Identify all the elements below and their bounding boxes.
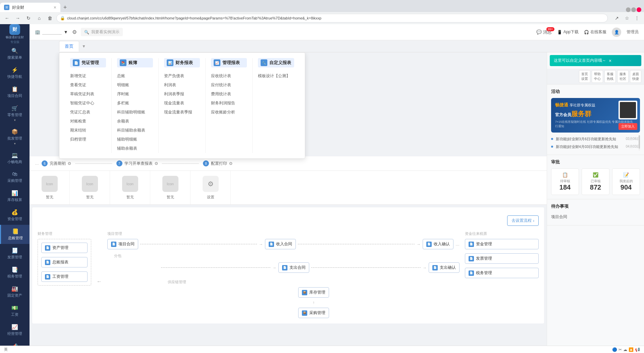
user-avatar[interactable]: 👤: [612, 28, 621, 37]
voucher-archive[interactable]: 归档管理: [70, 135, 106, 144]
voucher-check[interactable]: 对账检查: [70, 117, 106, 126]
extension-button[interactable]: ↗: [612, 14, 621, 22]
ledger-multicolumn[interactable]: 多栏账: [117, 99, 153, 108]
status-icon-2[interactable]: ✂: [619, 347, 622, 352]
sidebar-item-ledger[interactable]: 📒 总账管理: [0, 225, 30, 244]
finance-cashflow-q[interactable]: 现金流量表季报: [164, 108, 200, 117]
mgmt-aging[interactable]: 应收账龄分析: [211, 108, 247, 117]
voucher-smart[interactable]: 智能凭证中心: [70, 99, 106, 108]
home-setup-button[interactable]: 首页设置: [579, 70, 590, 83]
icon-cell-1[interactable]: Icon 暂无: [30, 171, 70, 204]
icon-cell-4[interactable]: Icon 暂无: [150, 171, 191, 204]
status-icon-5[interactable]: 📢: [635, 347, 640, 352]
voucher-draft[interactable]: 草稿凭证列表: [70, 90, 106, 99]
online-service-button[interactable]: 🎧 在线客服: [584, 29, 606, 35]
project-contract-box[interactable]: 📄 项目合同: [107, 239, 138, 249]
icon-cell-2[interactable]: Icon 暂无: [70, 171, 110, 204]
revenue-contract-box[interactable]: 📄 收入合同: [265, 239, 296, 249]
tooltip-close-button[interactable]: ×: [609, 58, 611, 63]
address-bar[interactable]: 🔒 cloud.chanjet.com/cc/u6d89qwnryel/57bf…: [56, 14, 608, 22]
sidebar-item-purchase[interactable]: 🛍 采购管理: [0, 168, 30, 187]
sidebar-item-wholesale[interactable]: 📦 批发管理 ▾: [0, 125, 30, 149]
go-set-flow-button[interactable]: 去设置流程 ›: [507, 215, 539, 226]
header-settings-button[interactable]: ⚙: [72, 29, 77, 35]
approval-initiated-card[interactable]: 📝 我发起的 904: [612, 168, 640, 195]
tab-close-button[interactable]: ×: [54, 5, 56, 10]
voucher-summary[interactable]: 凭证汇总表: [70, 108, 106, 117]
sidebar-item-tax[interactable]: 📑 税务管理: [0, 263, 30, 282]
sidebar-item-retail[interactable]: 🛒 零售管理 ▾: [0, 102, 30, 125]
company-selector[interactable]: 🏢 ________ ▼: [35, 30, 68, 35]
sidebar-item-quick[interactable]: ⚡ 快捷导航: [0, 63, 30, 83]
desktop-shortcut-button[interactable]: 桌面快捷: [630, 70, 641, 83]
sidebar-item-payroll[interactable]: 💵 工资: [0, 301, 30, 320]
revenue-confirm-box[interactable]: 📄 收入确认: [423, 239, 453, 249]
mgmt-expense[interactable]: 费用统计表: [211, 90, 247, 99]
expense-confirm-box[interactable]: 📄 支出确认: [429, 262, 460, 273]
sidebar-item-search[interactable]: 🔍 搜索菜单: [0, 44, 30, 63]
ledger-aux-detail[interactable]: 辅助明细账: [117, 135, 153, 144]
back-button[interactable]: ←: [3, 14, 11, 22]
ledger-aux-balance[interactable]: 辅助余额表: [117, 144, 153, 153]
active-tab[interactable]: 财 好业财 ×: [0, 3, 60, 12]
tax-mgmt-box[interactable]: 📄 税务管理: [465, 268, 539, 278]
ledger-balance[interactable]: 余额表: [117, 117, 153, 126]
pending-item[interactable]: 项目合同: [551, 213, 640, 221]
service-community-button[interactable]: 服务社区: [617, 70, 629, 83]
finance-income-q[interactable]: 利润表季报: [164, 90, 200, 99]
icon-cell-5[interactable]: ⚙ 设置: [191, 171, 231, 204]
sidebar-item-invoice[interactable]: 🧾 发票管理: [0, 244, 30, 263]
inventory-box[interactable]: 📦 库存管理: [298, 287, 329, 298]
finance-cashflow[interactable]: 现金流量表: [164, 99, 200, 108]
voucher-yearend[interactable]: 期末结转: [70, 126, 106, 135]
invoice-mgmt-box[interactable]: 📄 发票管理: [465, 253, 539, 264]
payroll-box[interactable]: 📄 工资管理: [41, 271, 88, 282]
app-download-button[interactable]: 📱 App下载: [557, 29, 579, 35]
voucher-new[interactable]: 新增凭证: [70, 71, 106, 81]
finance-balance-sheet[interactable]: 资产负债表: [164, 71, 200, 81]
sidebar-item-project[interactable]: 📋 项目合同: [0, 83, 30, 102]
sidebar-item-ecommerce[interactable]: 💻 小畅电商: [0, 149, 30, 168]
tab-home[interactable]: 首页: [59, 41, 79, 52]
tab-expand-button[interactable]: ▼: [79, 44, 89, 49]
status-icon-3[interactable]: ☁: [623, 347, 627, 352]
capital-mgmt-box[interactable]: 📄 资金管理: [465, 239, 539, 249]
mgmt-payable[interactable]: 应付统计表: [211, 81, 247, 90]
ledger-subject-detail[interactable]: 科目辅助明细账: [117, 108, 153, 117]
ledger-subject-balance[interactable]: 科目辅助余额表: [117, 126, 153, 135]
minimize-button[interactable]: [626, 7, 631, 12]
ledger-general[interactable]: 总账: [117, 71, 153, 81]
status-icon-1[interactable]: 🔵: [612, 347, 617, 352]
help-center-button[interactable]: 帮助中心: [592, 70, 603, 83]
approval-approved-card[interactable]: ✅ 已审核 872: [582, 168, 609, 195]
asset-management-box[interactable]: 📄 资产管理: [41, 243, 88, 253]
voucher-view[interactable]: 查看凭证: [70, 81, 106, 90]
message-button[interactable]: 💬 消息 99+: [536, 29, 552, 35]
ledger-sequential[interactable]: 序时账: [117, 90, 153, 99]
star-button[interactable]: ☆: [623, 14, 631, 22]
sidebar-item-inventory[interactable]: 📊 库存核算: [0, 187, 30, 206]
sidebar-item-operations[interactable]: 📈 经营管理: [0, 320, 30, 340]
icon-cell-3[interactable]: Icon 暂无: [110, 171, 150, 204]
close-button[interactable]: [637, 7, 641, 12]
news-text-1[interactable]: 新功能|好业财3月6日功能更新抢先知: [556, 137, 616, 142]
mgmt-receivable[interactable]: 应收统计表: [211, 71, 247, 81]
refresh-button[interactable]: ↻: [24, 14, 33, 22]
approval-pending-card[interactable]: 📋 待审核 184: [551, 168, 579, 195]
news-text-2[interactable]: 新功能|好业财4月03日功能更新抢先知: [556, 144, 618, 149]
forward-button[interactable]: →: [13, 14, 22, 22]
sidebar-item-assets[interactable]: 🏭 固定资产: [0, 282, 30, 301]
finance-income[interactable]: 利润表: [164, 81, 200, 90]
expense-contract-box[interactable]: 📄 支出合同: [278, 262, 309, 273]
custom-template[interactable]: 模板设计【公测】: [258, 71, 294, 81]
news-scrollbar-thumb[interactable]: [639, 135, 640, 149]
join-button[interactable]: 立即加入: [619, 123, 637, 130]
status-icon-4[interactable]: 🔼: [629, 347, 634, 352]
purchase-box[interactable]: 📦 采购管理: [298, 308, 329, 318]
menu-button[interactable]: ⋮: [633, 14, 641, 22]
mgmt-profit[interactable]: 财务利润报告: [211, 99, 247, 108]
service-hotline-button[interactable]: 客服热线: [604, 70, 616, 83]
sidebar-item-capital[interactable]: 💰 资金管理: [0, 206, 30, 225]
maximize-button[interactable]: [631, 7, 636, 12]
tab-add-button[interactable]: +: [60, 3, 70, 12]
